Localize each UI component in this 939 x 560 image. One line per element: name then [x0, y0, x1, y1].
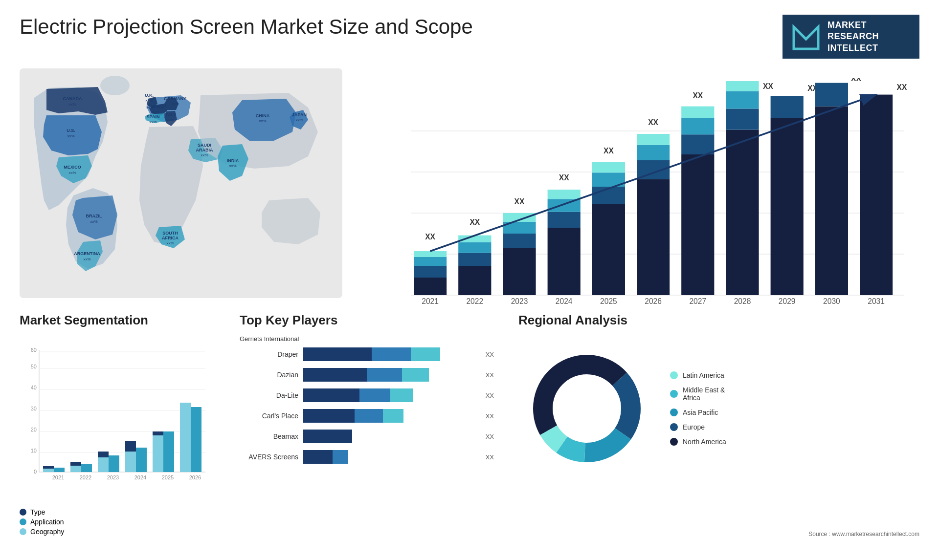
svg-rect-54	[503, 234, 536, 248]
geography-dot	[20, 528, 26, 535]
type-label: Type	[30, 508, 45, 516]
source-text: Source : www.marketresearchintellect.com	[518, 526, 919, 538]
beamax-xx: XX	[486, 433, 494, 440]
svg-rect-134	[180, 403, 191, 472]
legend-latin-america: Latin America	[670, 371, 726, 379]
svg-text:ITALY: ITALY	[164, 112, 177, 117]
svg-text:XX: XX	[559, 173, 569, 182]
svg-text:10: 10	[31, 448, 37, 453]
asia-pacific-dot	[670, 409, 678, 416]
svg-text:2025: 2025	[162, 474, 174, 480]
svg-text:2030: 2030	[823, 297, 840, 305]
svg-text:xx%: xx%	[201, 153, 208, 157]
svg-point-147	[555, 377, 619, 440]
svg-text:xx%: xx%	[166, 241, 174, 245]
north-america-dot	[670, 438, 678, 446]
svg-text:xx%: xx%	[68, 102, 76, 107]
svg-text:CANADA: CANADA	[63, 96, 82, 101]
svg-rect-123	[81, 464, 92, 472]
svg-rect-89	[771, 118, 804, 295]
avers-seg1	[303, 450, 333, 464]
carls-xx: XX	[486, 412, 494, 420]
svg-text:2021: 2021	[52, 474, 64, 480]
logo-icon	[791, 22, 821, 51]
page-title: Electric Projection Screen Market Size a…	[20, 15, 473, 39]
svg-text:2021: 2021	[422, 297, 439, 305]
dalite-seg1	[303, 388, 359, 402]
svg-text:60: 60	[31, 347, 37, 353]
draper-seg3	[411, 347, 440, 361]
svg-text:SAUDI: SAUDI	[198, 143, 211, 148]
svg-text:SOUTH: SOUTH	[162, 231, 178, 236]
svg-text:JAPAN: JAPAN	[292, 112, 307, 117]
segmentation-title: Market Segmentation	[20, 313, 215, 328]
segmentation-chart-svg: 0 10 20 30 40 50 60	[20, 335, 205, 501]
svg-text:40: 40	[31, 385, 37, 390]
svg-rect-49	[458, 242, 491, 253]
svg-text:XX: XX	[763, 82, 773, 90]
svg-text:2026: 2026	[189, 474, 201, 480]
svg-rect-41	[414, 278, 447, 295]
svg-text:20: 20	[31, 427, 37, 432]
svg-rect-73	[637, 145, 670, 160]
svg-rect-132	[125, 452, 136, 472]
svg-text:BRAZIL: BRAZIL	[86, 214, 102, 218]
north-america-label: North America	[683, 438, 726, 446]
logo-box: MARKET RESEARCH INTELLECT	[782, 15, 919, 59]
svg-rect-80	[681, 107, 714, 118]
regional-legend: Latin America Middle East &Africa Asia P…	[670, 371, 726, 446]
svg-rect-125	[136, 448, 147, 472]
player-bar-draper	[303, 347, 478, 361]
svg-text:xx%: xx%	[67, 134, 74, 138]
player-name-dalite: Da-Lite	[240, 391, 298, 399]
svg-rect-127	[191, 407, 201, 472]
svg-rect-53	[503, 248, 536, 295]
middle-east-dot	[670, 390, 678, 398]
player-bar-carls	[303, 409, 478, 423]
svg-rect-79	[681, 118, 714, 135]
svg-text:xx%: xx%	[171, 102, 179, 106]
carls-seg3	[383, 409, 403, 423]
latin-america-label: Latin America	[683, 371, 724, 379]
svg-text:XX: XX	[648, 118, 658, 127]
player-row-beamax: Beamax XX	[240, 430, 494, 443]
seg-legend-type: Type	[20, 508, 215, 516]
asia-pacific-label: Asia Pacific	[683, 409, 718, 416]
svg-rect-47	[458, 266, 491, 295]
draper-seg1	[303, 347, 372, 361]
player-name-dazian: Dazian	[240, 371, 298, 379]
svg-text:XX: XX	[425, 233, 435, 241]
svg-text:SPAIN: SPAIN	[147, 114, 160, 119]
svg-text:ARABIA: ARABIA	[196, 148, 213, 152]
legend-north-america: North America	[670, 438, 726, 446]
player-name-avers: AVERS Screens	[240, 453, 298, 461]
svg-rect-126	[163, 431, 174, 472]
dazian-seg2	[367, 368, 402, 382]
svg-text:xx%: xx%	[152, 110, 159, 114]
legend-middle-east: Middle East &Africa	[670, 386, 726, 402]
svg-text:xx%: xx%	[259, 119, 266, 123]
svg-rect-129	[43, 469, 54, 472]
svg-text:XX: XX	[851, 78, 861, 83]
draper-xx: XX	[486, 351, 494, 358]
svg-text:INDIA: INDIA	[227, 158, 239, 163]
svg-text:MEXICO: MEXICO	[64, 165, 81, 170]
type-dot	[20, 509, 26, 516]
bottom-section: Market Segmentation 0 10 20 30 40 50 60	[20, 313, 919, 538]
svg-text:U.K.: U.K.	[145, 93, 154, 98]
player-bar-dazian	[303, 368, 478, 382]
svg-text:2029: 2029	[779, 297, 796, 305]
carls-seg2	[355, 409, 383, 423]
seg-legend: Type Application Geography	[20, 508, 215, 536]
dazian-seg1	[303, 368, 367, 382]
svg-rect-122	[54, 468, 65, 472]
application-dot	[20, 518, 26, 525]
svg-text:ARGENTINA: ARGENTINA	[74, 251, 100, 256]
dazian-xx: XX	[486, 371, 494, 379]
svg-text:CHINA: CHINA	[256, 113, 270, 118]
svg-text:FRANCE: FRANCE	[146, 105, 165, 109]
legend-europe: Europe	[670, 423, 726, 431]
world-map-svg: CANADA xx% U.S. xx% MEXICO xx% BRAZIL xx…	[20, 68, 342, 298]
svg-text:2023: 2023	[107, 474, 119, 480]
svg-text:xx%: xx%	[83, 257, 90, 261]
